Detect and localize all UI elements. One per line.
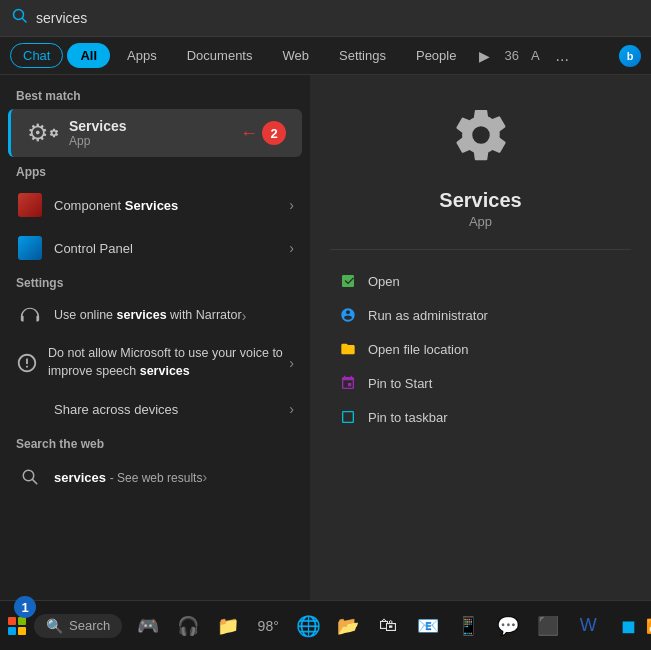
pin-to-start-icon (338, 373, 358, 393)
main-content: Best match Services App ← 2 Apps (0, 75, 651, 600)
tab-web[interactable]: Web (269, 43, 322, 68)
tab-a: A (527, 48, 544, 63)
red-arrow-icon: ← (240, 123, 258, 144)
apps-section-label: Apps (0, 159, 310, 183)
play-icon[interactable]: ▶ (473, 44, 496, 68)
chevron-icon-4: › (289, 355, 294, 371)
open-file-location-icon (338, 339, 358, 359)
action-pin-to-taskbar[interactable]: Pin to taskbar (330, 400, 631, 434)
web-search-icon (16, 463, 44, 491)
badge-1: 1 (14, 596, 36, 618)
component-services-label: Component Services (54, 198, 289, 213)
taskbar-search[interactable]: 🔍 Search (34, 614, 122, 638)
taskbar-icon-gamepad[interactable]: 🎮 (130, 608, 166, 644)
taskbar-search-text: Search (69, 618, 110, 633)
action-open-file-location[interactable]: Open file location (330, 332, 631, 366)
taskbar-icon-app1[interactable]: 💬 (490, 608, 526, 644)
tab-people[interactable]: People (403, 43, 469, 68)
tab-all[interactable]: All (67, 43, 110, 68)
chevron-icon-5: › (289, 401, 294, 417)
run-as-admin-icon (338, 305, 358, 325)
open-file-location-label: Open file location (368, 342, 468, 357)
web-search-label: services - See web results (54, 470, 202, 485)
pin-to-start-label: Pin to Start (368, 376, 432, 391)
open-label: Open (368, 274, 400, 289)
chevron-icon-3: › (242, 308, 247, 324)
taskbar-icon-word[interactable]: W (570, 608, 606, 644)
taskbar-icon-headset[interactable]: 🎧 (170, 608, 206, 644)
voice-label: Do not allow Microsoft to use your voice… (48, 345, 289, 380)
chevron-icon-2: › (289, 240, 294, 256)
run-as-admin-label: Run as administrator (368, 308, 488, 323)
start-sq-4 (18, 627, 26, 635)
tab-documents[interactable]: Documents (174, 43, 266, 68)
taskbar-icon-files[interactable]: 📁 (210, 608, 246, 644)
pin-to-taskbar-icon (338, 407, 358, 427)
voice-icon (16, 349, 38, 377)
arrow-badge: ← 2 (240, 121, 286, 145)
action-pin-to-start[interactable]: Pin to Start (330, 366, 631, 400)
list-item-control-panel[interactable]: Control Panel › (0, 227, 310, 269)
search-overlay: Chat All Apps Documents Web Settings Peo… (0, 0, 651, 600)
app-type-large: App (469, 214, 492, 229)
svg-line-1 (23, 19, 27, 23)
start-sq-3 (8, 627, 16, 635)
tab-apps[interactable]: Apps (114, 43, 170, 68)
search-icon (12, 8, 28, 28)
filter-tabs: Chat All Apps Documents Web Settings Peo… (0, 37, 651, 75)
action-open[interactable]: Open (330, 264, 631, 298)
search-bar (0, 0, 651, 37)
search-term: services (54, 470, 106, 485)
taskbar-icon-folder[interactable]: 📂 (330, 608, 366, 644)
see-web-results: - See web results (110, 471, 203, 485)
best-match-item[interactable]: Services App ← 2 (8, 109, 302, 157)
gear-icon (27, 117, 59, 149)
taskbar-temp: 98° (250, 608, 286, 644)
taskbar-icon-chrome[interactable]: 🌐 (290, 608, 326, 644)
narrator-label: Use online services with Narrator (54, 307, 242, 325)
chevron-icon-6: › (202, 469, 207, 485)
wifi-icon[interactable]: 📶 (646, 618, 651, 634)
action-run-as-admin[interactable]: Run as administrator (330, 298, 631, 332)
app-name-large: Services (439, 189, 521, 212)
sys-tray: 📶 🔊 🔋 (646, 618, 651, 634)
svg-line-3 (33, 480, 37, 484)
component-services-icon (16, 191, 44, 219)
narrator-icon (16, 302, 44, 330)
list-item-component-services[interactable]: Component Services › (0, 184, 310, 226)
bing-icon[interactable]: b (619, 45, 641, 67)
list-item-search-web[interactable]: services - See web results › (0, 456, 310, 498)
taskbar-icon-app3[interactable]: ◼ (610, 608, 646, 644)
search-web-section-label: Search the web (0, 431, 310, 455)
app-icon-large (451, 105, 511, 177)
tab-settings[interactable]: Settings (326, 43, 399, 68)
control-panel-label: Control Panel (54, 241, 289, 256)
list-item-voice[interactable]: Do not allow Microsoft to use your voice… (0, 338, 310, 387)
right-panel: Services App Open Run as administrator (310, 75, 651, 600)
share-label: Share across devices (54, 402, 289, 417)
best-match-section-label: Best match (0, 83, 310, 107)
taskbar-search-icon: 🔍 (46, 618, 63, 634)
settings-section-label: Settings (0, 270, 310, 294)
more-tabs-button[interactable]: ... (550, 45, 575, 67)
taskbar-icon-phone[interactable]: 📱 (450, 608, 486, 644)
taskbar: 🔍 Search 🎮 🎧 📁 98° 🌐 📂 🛍 📧 📱 💬 ⬛ W ◼ 📶 🔊… (0, 600, 651, 650)
windows-logo-icon (8, 617, 26, 635)
start-sq-1 (8, 617, 16, 625)
control-panel-icon (16, 234, 44, 262)
tab-chat[interactable]: Chat (10, 43, 63, 68)
taskbar-icon-mail[interactable]: 📧 (410, 608, 446, 644)
pin-to-taskbar-label: Pin to taskbar (368, 410, 448, 425)
taskbar-icon-store[interactable]: 🛍 (370, 608, 406, 644)
action-list: Open Run as administrator Open file loca… (330, 264, 631, 434)
left-panel: Best match Services App ← 2 Apps (0, 75, 310, 600)
taskbar-icons: 🎮 🎧 📁 98° 🌐 📂 🛍 📧 📱 💬 ⬛ W ◼ (130, 608, 646, 644)
badge-2: 2 (262, 121, 286, 145)
share-icon (16, 395, 44, 423)
taskbar-icon-app2[interactable]: ⬛ (530, 608, 566, 644)
list-item-share[interactable]: Share across devices › (0, 388, 310, 430)
list-item-narrator[interactable]: Use online services with Narrator › (0, 295, 310, 337)
open-icon (338, 271, 358, 291)
tab-count: 36 (500, 48, 522, 63)
search-input[interactable] (36, 10, 639, 26)
